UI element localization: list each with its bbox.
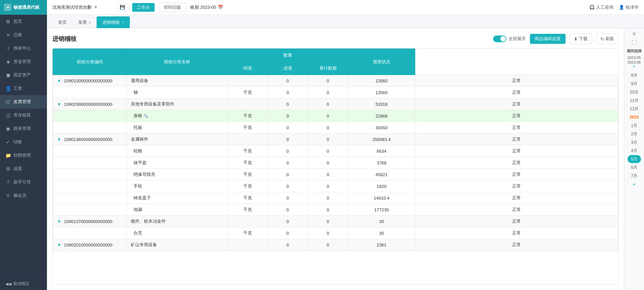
workbench-button[interactable]: 工作台 (132, 3, 155, 12)
month-item-5月[interactable]: 5月 (628, 155, 641, 163)
th-warning: 预警状态 (348, 49, 415, 75)
td-status: 正常 (415, 216, 618, 227)
search-icon[interactable]: 🔍 (144, 114, 148, 118)
service-button[interactable]: 🎧 人工咨询 (589, 4, 613, 10)
expand-icon[interactable]: ▼ (57, 242, 62, 247)
sidebar-item-settings[interactable]: ⚙ 设置 (0, 162, 47, 175)
old-version-button[interactable]: 切到旧版 (159, 3, 186, 12)
calendar-icon[interactable]: 📅 (218, 5, 223, 10)
panel-expand-button[interactable]: ⛶ (632, 40, 637, 46)
td-code (53, 192, 127, 204)
tab-check[interactable]: 进销稽核 × (97, 16, 129, 28)
sidebar-item-label: 归档管理 (13, 152, 31, 158)
td-code (53, 169, 127, 180)
sidebar-item-label: 首页 (13, 18, 22, 24)
td-purchase: 0 (308, 87, 348, 98)
expand-icon[interactable]: ▼ (57, 102, 62, 107)
toggle-switch[interactable] (493, 35, 506, 42)
month-item-12月[interactable]: 12月 (628, 105, 641, 113)
td-purchase: 0 (308, 145, 348, 157)
td-sales: 0 (268, 169, 308, 180)
th-sales: 销项 (227, 62, 268, 75)
sidebar-item-reports[interactable]: ⌇ 报表中心 (0, 42, 47, 55)
tab-invoice[interactable]: 发票 × (72, 16, 97, 28)
td-code (53, 87, 127, 98)
period-value: 2023-05 (200, 5, 216, 10)
expand-icon[interactable]: ▼ (57, 78, 62, 83)
tab-check-close[interactable]: × (122, 20, 124, 24)
sidebar-item-home[interactable]: ⊞ 首页 (0, 15, 47, 28)
month-item-1月[interactable]: 1月 (628, 122, 641, 130)
td-purchase: 0 (308, 239, 348, 251)
sidebar-item-payroll[interactable]: 👤 工资 (0, 82, 47, 95)
expand-icon[interactable]: ▼ (57, 137, 62, 142)
month-item-10月[interactable]: 10月 (628, 88, 641, 96)
td-sales: 0 (268, 204, 308, 216)
month-item-11月[interactable]: 11月 (628, 96, 641, 104)
td-name: 托板 (127, 122, 227, 134)
td-total: 2361 (348, 239, 415, 251)
td-purchase: 0 (308, 157, 348, 169)
sidebar-item-funds[interactable]: ◈ 资金管理 (0, 55, 47, 68)
company-selector[interactable]: 沈海英测试经营勿删 ▼ (52, 4, 113, 10)
sidebar-item-invoice[interactable]: 🛒 发票管理 (0, 95, 47, 108)
app-name: 畅捷通易代账 (13, 4, 40, 10)
month-item-2月[interactable]: 2月 (628, 130, 641, 138)
headset-icon: 🎧 (589, 5, 595, 10)
month-item-4月[interactable]: 4月 (628, 147, 641, 155)
sidebar-item-archive[interactable]: 📁 归档管理 (0, 149, 47, 162)
month-item-7月[interactable]: 7月 (628, 172, 641, 180)
sidebar-item-inventory[interactable]: ◫ 库存核算 (0, 108, 47, 122)
toggle-expand[interactable]: 全部展开 (493, 35, 526, 42)
download-button[interactable]: ⬇ 下载 (570, 33, 592, 44)
tax-icon: ◉ (5, 126, 11, 131)
scroll-down-button[interactable]: ⌄ (632, 180, 637, 186)
td-status: 正常 (415, 192, 618, 204)
td-unit (227, 239, 268, 251)
sidebar-item-tax[interactable]: ◉ 税务管理 (0, 122, 47, 135)
panel-close-button[interactable]: ✕ (632, 31, 636, 37)
month-item-3月[interactable]: 3月 (628, 138, 641, 146)
refresh-button[interactable]: ↻ 刷新 (596, 33, 619, 44)
sidebar-item-member[interactable]: V 畅会员 (0, 189, 47, 202)
user-menu[interactable]: 👤 徐泽华 (619, 4, 639, 10)
td-status: 正常 (415, 145, 618, 157)
sidebar-item-guide[interactable]: ? 新手引导 (0, 175, 47, 189)
company-dropdown-icon: ▼ (94, 5, 98, 10)
tab-home[interactable]: 首页 (52, 16, 72, 28)
scroll-up-button[interactable]: ⌃ (632, 65, 637, 71)
cancel-fixed-button[interactable]: ◀◀ 取消固定 (0, 278, 47, 290)
month-item-9月[interactable]: 9月 (628, 80, 641, 88)
goods-code-button[interactable]: 商品编码设置 (530, 34, 566, 44)
td-sales: 0 (268, 110, 308, 122)
td-purchase: 0 (308, 216, 348, 227)
sidebar-item-ledger[interactable]: ≡ 总账 (0, 28, 47, 42)
td-total: 30450 (348, 122, 415, 134)
sidebar-item-label: 畅会员 (13, 193, 26, 199)
sidebar-item-assets[interactable]: ▣ 固定资产 (0, 68, 47, 82)
td-name: 抹平盘 (127, 157, 227, 169)
inventory-icon: ◫ (5, 113, 11, 118)
save-button[interactable]: 💾 (117, 3, 128, 11)
archive-icon: 📁 (5, 153, 11, 158)
tab-invoice-close[interactable]: × (89, 20, 91, 24)
cancel-fixed-icon: ◀◀ (5, 282, 11, 286)
td-name: 轮毂 (127, 145, 227, 157)
expand-icon: ⛶ (632, 40, 637, 46)
reports-icon: ⌇ (5, 46, 11, 51)
year-marker: 2023 (628, 113, 641, 121)
data-table-wrapper: 税收分类编码 税收分类名称 数量 预警状态 销项 进项 累计数额 ▼ 10901 (52, 48, 619, 285)
month-item-6月[interactable]: 6月 (628, 163, 641, 171)
th-quantity-group: 数量 (227, 49, 348, 62)
month-item-8月[interactable]: 8月 (628, 71, 641, 79)
td-unit: 千克 (227, 169, 268, 180)
sidebar-item-settle[interactable]: ✓ 结账 (0, 135, 47, 149)
expand-icon[interactable]: ▼ (57, 219, 62, 224)
td-unit (227, 216, 268, 227)
td-total: 13560 (348, 75, 415, 87)
sidebar-bottom: ◀◀ 取消固定 (0, 277, 47, 290)
topbar: 沈海英测试经营勿删 ▼ 💾 工作台 切到旧版 账期 2023-05 📅 🎧 人工… (47, 0, 644, 15)
td-total: 53318 (348, 98, 415, 110)
sidebar-item-label: 结账 (13, 139, 22, 145)
td-total: 22868 (348, 110, 415, 122)
